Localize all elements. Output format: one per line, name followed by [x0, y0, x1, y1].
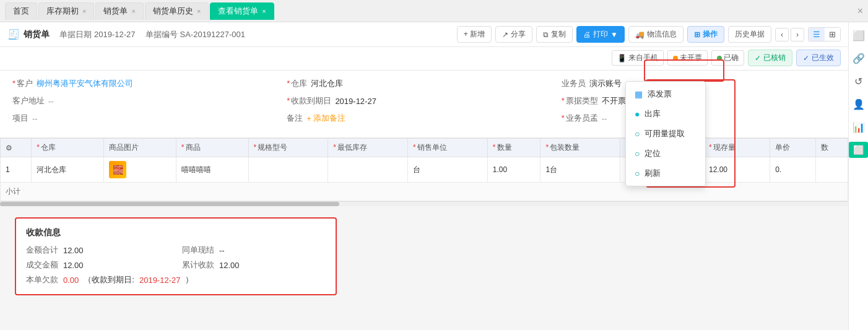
th-stock: *现存量 — [703, 139, 770, 157]
tab-sales-history-label: 销货单历史 — [153, 6, 193, 17]
customer-value[interactable]: 柳州粤港平安气体有限公司 — [37, 78, 133, 89]
deal-row: 成交金额 12.00 — [26, 259, 170, 271]
note-field: 备注 + 添加备注 — [287, 113, 561, 124]
confirm-button[interactable]: 已确 — [711, 50, 744, 66]
from-phone-button[interactable]: 📱 来自手机 — [612, 50, 664, 66]
list-view-button[interactable]: ☰ — [809, 28, 825, 41]
th-gear: ⚙ — [1, 139, 32, 157]
refresh-icon: ○ — [635, 168, 640, 178]
th-unit: *销售单位 — [408, 139, 488, 157]
horizontal-scrollbar[interactable] — [0, 201, 848, 206]
logistics-button[interactable]: 🚚 物流信息 — [628, 26, 684, 43]
grid-view-button[interactable]: ⊞ — [825, 28, 840, 41]
green-dot-icon — [717, 56, 722, 61]
subtotal-cell: 小计 — [1, 183, 848, 201]
tab-sales-history[interactable]: 销货单历史 × — [145, 2, 209, 20]
doc-meta: 单据日期 2019-12-27 单据编号 SA-20191227-001 — [59, 29, 245, 40]
tab-view-sales-close[interactable]: × — [262, 7, 266, 15]
dropdown-item-add-invoice[interactable]: ▦ 添发票 — [626, 84, 705, 104]
not-open-button[interactable]: 未开票 — [667, 50, 708, 66]
prev-page-button[interactable]: ‹ — [775, 28, 789, 41]
number-label: 单据编号 — [145, 29, 178, 40]
print-button[interactable]: 🖨 打印 ▼ — [576, 26, 625, 43]
cell-stock: 12.00 — [703, 157, 770, 183]
tab-sales-close[interactable]: × — [131, 7, 135, 15]
share-icon: ↗ — [502, 30, 508, 39]
arrears-row: 本单欠款 0.00 （收款到期日: 2019-12-27 ） — [26, 274, 326, 285]
arrears-date: 2019-12-27 — [139, 276, 181, 285]
print-dropdown-arrow: ▼ — [610, 30, 618, 39]
copy-button[interactable]: ⧉ 复制 — [536, 26, 573, 43]
operate-button[interactable]: ⊞ 操作 — [687, 26, 724, 43]
doc-title-section: 🧾 销货单 — [7, 28, 50, 40]
right-icon-3[interactable]: ↺ — [852, 73, 865, 90]
product-thumbnail: 🧱 — [109, 161, 126, 178]
page-arrows: ‹ › — [775, 28, 804, 41]
effective-status[interactable]: ✓ 已生效 — [796, 50, 841, 66]
customer-field: *客户 柳州粤港平安气体有限公司 — [12, 78, 287, 89]
right-panel: ⬜ 🔗 ↺ 👤 📊 ⬜ — [848, 22, 868, 330]
operate-icon: ⊞ — [694, 30, 700, 39]
address-value: -- — [48, 97, 54, 106]
salesperson-label: 业务员 — [562, 78, 586, 89]
history-button[interactable]: 历史单据 — [728, 26, 771, 43]
tab-inventory-label: 库存期初 — [46, 6, 79, 17]
th-spec: *规格型号 — [248, 139, 328, 157]
doc-icon: 🧾 — [7, 28, 20, 40]
arrears-label: 本单欠款 — [26, 274, 58, 285]
tab-sales-label: 销货单 — [103, 6, 128, 17]
table-row: 1 河北仓库 🧱 嘻嘻嘻嘻 台 1.00 1台 12.00 0. — [1, 157, 848, 183]
note-label: 备注 — [287, 113, 303, 124]
deal-label: 成交金额 — [26, 259, 58, 271]
payment-info-title: 收款信息 — [26, 227, 326, 238]
dropdown-item-outbound[interactable]: ● 出库 — [626, 104, 705, 124]
add-note-button[interactable]: + 添加备注 — [306, 113, 345, 124]
tab-sales-history-close[interactable]: × — [197, 7, 201, 15]
th-product: *商品 — [176, 139, 248, 157]
right-icon-2[interactable]: 🔗 — [850, 50, 867, 67]
right-icon-1[interactable]: ⬜ — [850, 27, 867, 44]
right-icon-4[interactable]: 👤 — [850, 96, 867, 113]
project-value: -- — [32, 114, 38, 123]
tab-home-label: 首页 — [13, 6, 29, 17]
cell-price: 0. — [770, 157, 816, 183]
payment-info-grid: 金额合计 12.00 同单现结 -- 成交金额 12.00 累计收款 12.00 — [26, 245, 326, 285]
tab-inventory[interactable]: 库存期初 × — [38, 2, 94, 20]
deal-value: 12.00 — [63, 261, 84, 270]
tab-inventory-close[interactable]: × — [82, 7, 86, 15]
form-row-1: *客户 柳州粤港平安气体有限公司 *仓库 河北仓库 业务员 演示账号 — [12, 78, 836, 89]
salesperson-value: 演示账号 — [589, 78, 622, 89]
right-icon-5[interactable]: 📊 — [850, 119, 867, 136]
next-page-button[interactable]: › — [791, 28, 804, 41]
available-qty-icon: ○ — [635, 129, 640, 139]
cumulative-value: 12.00 — [219, 261, 240, 270]
cell-index: 1 — [1, 157, 32, 183]
subtotal-row: 小计 — [1, 183, 848, 201]
share-button[interactable]: ↗ 分享 — [495, 26, 532, 43]
th-warehouse: *仓库 — [32, 139, 104, 157]
cancelled-status[interactable]: ✓ 已核销 — [748, 50, 792, 66]
right-icon-expand[interactable]: ⬜ — [849, 142, 868, 158]
tab-home[interactable]: 首页 — [5, 2, 37, 20]
cell-qty: 1.00 — [487, 157, 540, 183]
window-close-button[interactable]: × — [857, 6, 863, 17]
plus-icon: + — [306, 114, 311, 123]
check-icon: ✓ — [755, 54, 761, 63]
address-label: 客户地址 — [12, 95, 45, 106]
payment-date-label: *收款到期日 — [287, 95, 331, 106]
form-row-2: 客户地址 -- *收款到期日 2019-12-27 *票据类型 不开票 — [12, 95, 836, 106]
arrears-value: 0.00 — [63, 276, 79, 285]
dropdown-item-locate[interactable]: ○ 定位 — [626, 144, 705, 163]
tab-sales[interactable]: 销货单 × — [95, 2, 143, 20]
same-order-row: 同单现结 -- — [182, 245, 326, 256]
new-button[interactable]: + 新增 — [457, 26, 492, 43]
tab-view-sales[interactable]: 查看销货单 × — [210, 2, 274, 20]
dropdown-item-available-qty[interactable]: ○ 可用量提取 — [626, 124, 705, 144]
th-qty: *数量 — [487, 139, 540, 157]
dropdown-item-refresh[interactable]: ○ 刷新 — [626, 163, 705, 183]
th-amount: 数 — [815, 139, 848, 157]
customer-label: *客户 — [12, 78, 33, 89]
th-image: 商品图片 — [104, 139, 176, 157]
total-value: 12.00 — [63, 246, 84, 255]
warehouse-field: *仓库 河北仓库 — [287, 78, 561, 89]
